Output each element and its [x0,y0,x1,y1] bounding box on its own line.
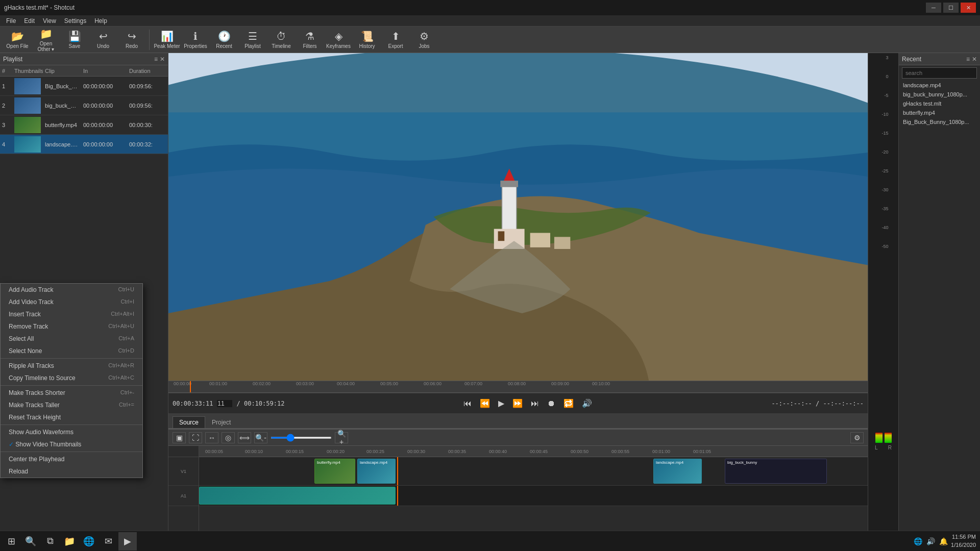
ctx-copy-timeline[interactable]: Copy Timeline to Source Ctrl+Alt+C [1,372,142,384]
timeline-button[interactable]: ⏱ Timeline [268,28,295,52]
clip-landscape-2[interactable]: landscape.mp4 [653,459,702,484]
jobs-button[interactable]: ⚙ Jobs [411,28,437,52]
properties-button[interactable]: ℹ Properties [182,28,209,52]
tl-snap-button[interactable]: ◎ [222,432,235,443]
recent-item[interactable]: big_buck_bunny_1080p... [899,90,980,99]
recent-item[interactable]: gHacks test.mlt [899,99,980,108]
preview-timeline-ruler[interactable]: 00:00:00 00:01:00 00:02:00 00:03:00 00:0… [168,381,868,393]
menu-edit[interactable]: Edit [20,16,39,26]
zoom-in-button[interactable]: 🔍+ [335,432,348,443]
playlist-menu-icon[interactable]: ≡ [154,56,158,63]
clip-audio-1[interactable] [199,487,396,505]
total-timecode: / 00:10:59:12 [236,400,284,407]
menu-settings[interactable]: Settings [60,16,90,26]
ctx-tracks-taller[interactable]: Make Tracks Taller Ctrl+= [1,399,142,411]
tl-rule-45s: 00:00:45 [530,449,548,454]
taskbar-shotcut[interactable]: ▶ [118,532,137,550]
taskbar-email[interactable]: ✉ [99,532,117,550]
clip-bigbuck[interactable]: big_buck_bunny [725,459,827,484]
ctx-reset-track[interactable]: Reset Track Height [1,411,142,423]
ctx-show-waveforms[interactable]: Show Audio Waveforms [1,426,142,438]
ctx-show-thumbnails[interactable]: ✓ Show Video Thumbnails [1,438,142,450]
ctx-insert-track[interactable]: Insert Track Ctrl+Alt+I [1,308,142,320]
recent-menu-icon[interactable]: ≡ [966,56,970,63]
recent-search-input[interactable] [902,67,977,79]
ruler-9m: 00:09:00 [551,381,569,386]
app-title: gHacks test.mlt* - Shotcut [4,4,75,11]
tab-source[interactable]: Source [173,416,205,428]
menu-help[interactable]: Help [90,16,111,26]
frame-input[interactable] [217,400,232,407]
menu-view[interactable]: View [39,16,60,26]
table-row[interactable]: 1 Big_Buck_Bunny_1080p.avi 00:00:00:00 0… [0,77,168,96]
tl-settings-button[interactable]: ⚙ [850,432,864,443]
file-explorer-button[interactable]: 📁 [60,532,79,550]
ctx-select-all[interactable]: Select All Ctrl+A [1,333,142,345]
ctx-tracks-shorter[interactable]: Make Tracks Shorter Ctrl+- [1,387,142,399]
tab-project[interactable]: Project [205,416,237,428]
tl-rule-1m5s: 00:01:05 [693,449,711,454]
maximize-button[interactable]: ☐ [943,3,959,13]
recent-button[interactable]: 🕐 Recent [211,28,237,52]
skip-end-button[interactable]: ⏭ [529,398,541,409]
taskbar-right: 🌐 🔊 🔔 11:56 PM 1/16/2020 [909,533,980,549]
minimize-button[interactable]: ─ [926,3,941,13]
recent-item[interactable]: landscape.mp4 [899,81,980,90]
table-row[interactable]: 4 landscape.mp4 00:00:00:00 00:00:32: [0,135,168,154]
play-button[interactable]: ▶ [496,397,506,409]
keyframes-button[interactable]: ◈ Keyframes [325,28,352,52]
close-button[interactable]: ✕ [961,3,976,13]
properties-label: Properties [184,43,207,49]
menu-file[interactable]: File [2,16,20,26]
peak-meter-button[interactable]: 📊 Peak Meter [154,28,180,52]
tray-network-icon[interactable]: 🌐 [913,536,923,546]
ctx-remove-track[interactable]: Remove Track Ctrl+Alt+U [1,320,142,333]
ctx-select-none[interactable]: Select None Ctrl+D [1,345,142,357]
filters-button[interactable]: ⚗ Filters [297,28,323,52]
prev-frame-button[interactable]: ⏪ [478,397,492,409]
tray-volume-icon[interactable]: 🔊 [925,536,936,546]
open-file-button[interactable]: 📂 Open File [4,28,31,52]
ctx-add-video-track[interactable]: Add Video Track Ctrl+I [1,296,142,308]
playlist-close-icon[interactable]: ✕ [160,56,165,63]
export-button[interactable]: ⬆ Export [382,28,409,52]
skip-start-button[interactable]: ⏮ [461,398,474,409]
row-in: 00:00:00:00 [81,141,127,147]
next-frame-button[interactable]: ⏩ [510,397,525,409]
history-button[interactable]: 📜 History [354,28,380,52]
zoom-slider[interactable] [271,437,332,439]
ctx-add-audio-track[interactable]: Add Audio Track Ctrl+U [1,284,142,296]
playlist-button[interactable]: ☰ Playlist [239,28,266,52]
taskbar-browser[interactable]: 🌐 [80,532,98,550]
taskbar-clock[interactable]: 11:56 PM 1/16/2020 [951,533,976,549]
task-view-button[interactable]: ⧉ [41,532,59,550]
tl-lift-button[interactable]: ⛶ [189,432,202,443]
jobs-label: Jobs [419,43,429,49]
zoom-out-button[interactable]: 🔍- [254,432,267,443]
record-button[interactable]: ⏺ [545,398,557,409]
clip-landscape-1[interactable]: landscape.mp4 [357,459,396,484]
open-other-button[interactable]: 📁 Open Other ▾ [33,28,59,52]
recent-close-icon[interactable]: ✕ [972,56,977,63]
tracks-area: 00:00:05 00:00:10 00:00:15 00:00:20 00:0… [199,446,868,531]
table-row[interactable]: 2 big_buck_bunny_1080p_h264.mov 00:00:00… [0,96,168,115]
tl-ripple-all-button[interactable]: ⟺ [238,432,251,443]
tl-ripple-button[interactable]: ↔ [205,432,218,443]
tl-append-button[interactable]: ▣ [173,432,186,443]
volume-button[interactable]: 🔊 [580,397,594,409]
tray-notification-icon[interactable]: 🔔 [938,536,949,546]
meter-20: -20 [878,149,889,155]
undo-button[interactable]: ↩ Undo [90,28,116,52]
recent-item[interactable]: Big_Buck_Bunny_1080p... [899,117,980,127]
redo-button[interactable]: ↪ Redo [118,28,145,52]
loop-button[interactable]: 🔁 [561,397,576,409]
ctx-reload[interactable]: Reload [1,465,142,478]
clip-butterfly[interactable]: butterfly.mp4 [314,459,355,484]
table-row[interactable]: 3 butterfly.mp4 00:00:00:00 00:00:30: [0,115,168,135]
ctx-center-playhead[interactable]: Center the Playhead [1,453,142,465]
search-button[interactable]: 🔍 [21,532,40,550]
ctx-ripple-all[interactable]: Ripple All Tracks Ctrl+Alt+R [1,360,142,372]
start-button[interactable]: ⊞ [2,532,20,550]
recent-item[interactable]: butterfly.mp4 [899,108,980,117]
save-button[interactable]: 💾 Save [61,28,88,52]
